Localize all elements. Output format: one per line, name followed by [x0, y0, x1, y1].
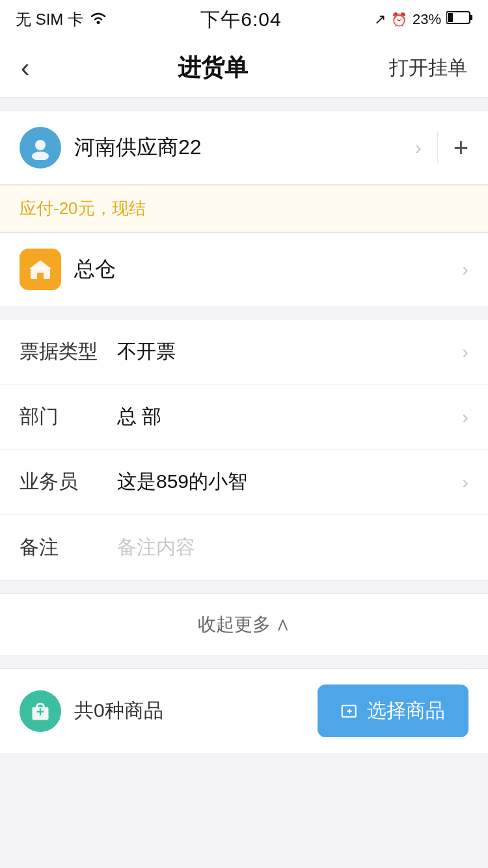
- select-product-button[interactable]: 选择商品: [318, 685, 468, 737]
- product-count-label: 共0种商品: [74, 698, 305, 724]
- sim-label: 无 SIM 卡: [16, 9, 83, 30]
- svg-rect-2: [470, 15, 472, 20]
- status-bar-time: 下午6:04: [200, 7, 281, 33]
- remark-label: 备注: [20, 534, 117, 561]
- warehouse-name: 总仓: [74, 255, 462, 284]
- supplier-chevron-icon: ›: [415, 137, 422, 159]
- battery-label: 23%: [413, 11, 441, 28]
- bottom-bar: 共0种商品 选择商品: [0, 668, 488, 753]
- add-supplier-button[interactable]: +: [454, 133, 468, 163]
- back-button[interactable]: ‹: [21, 47, 36, 89]
- alarm-icon: ⏰: [391, 12, 407, 27]
- notice-banner: 应付-20元，现结: [0, 185, 488, 232]
- supplier-name[interactable]: 河南供应商22: [74, 133, 415, 162]
- salesperson-row[interactable]: 业务员 这是859的小智 ›: [0, 450, 488, 515]
- remark-row[interactable]: 备注 备注内容: [0, 515, 488, 580]
- form-section: 票据类型 不开票 › 部门 总 部 › 业务员 这是859的小智 › 备注 备注…: [0, 319, 488, 580]
- department-value: 总 部: [117, 403, 462, 430]
- status-bar-right: ↗ ⏰ 23%: [374, 10, 472, 29]
- salesperson-chevron: ›: [462, 471, 468, 493]
- salesperson-label: 业务员: [20, 468, 117, 495]
- invoice-type-value: 不开票: [117, 338, 462, 365]
- page-title: 进货单: [178, 52, 248, 84]
- wifi-icon: [88, 10, 108, 29]
- remark-input[interactable]: 备注内容: [117, 534, 468, 561]
- warehouse-chevron-icon: ›: [462, 258, 468, 280]
- supplier-avatar: [20, 127, 61, 169]
- svg-point-5: [32, 152, 49, 160]
- department-chevron: ›: [462, 406, 468, 428]
- select-product-label: 选择商品: [367, 698, 445, 724]
- location-icon: ↗: [374, 11, 386, 28]
- svg-marker-7: [29, 260, 51, 269]
- status-bar: 无 SIM 卡 下午6:04 ↗ ⏰ 23%: [0, 0, 488, 39]
- supplier-divider: [437, 131, 438, 164]
- collapse-label: 收起更多 ∧: [198, 612, 291, 637]
- product-bag-icon: [20, 690, 61, 732]
- invoice-type-label: 票据类型: [20, 338, 117, 365]
- open-pending-button[interactable]: 打开挂单: [389, 55, 467, 81]
- salesperson-value: 这是859的小智: [117, 468, 462, 495]
- svg-rect-8: [37, 273, 44, 279]
- collapse-button[interactable]: 收起更多 ∧: [0, 593, 488, 655]
- supplier-section: 河南供应商22 › +: [0, 111, 488, 185]
- battery-icon: [446, 10, 472, 29]
- department-label: 部门: [20, 403, 117, 430]
- svg-rect-3: [448, 13, 453, 22]
- section-gap-1: [0, 98, 488, 111]
- warehouse-section[interactable]: 总仓 ›: [0, 232, 488, 306]
- content-background: [0, 753, 488, 868]
- invoice-type-row[interactable]: 票据类型 不开票 ›: [0, 319, 488, 385]
- invoice-type-chevron: ›: [462, 341, 468, 363]
- department-row[interactable]: 部门 总 部 ›: [0, 385, 488, 450]
- svg-point-0: [97, 21, 100, 24]
- notice-text: 应付-20元，现结: [20, 198, 146, 218]
- svg-point-4: [35, 140, 46, 150]
- nav-bar: ‹ 进货单 打开挂单: [0, 39, 488, 98]
- status-bar-left: 无 SIM 卡: [16, 9, 108, 30]
- warehouse-icon: [20, 249, 61, 290]
